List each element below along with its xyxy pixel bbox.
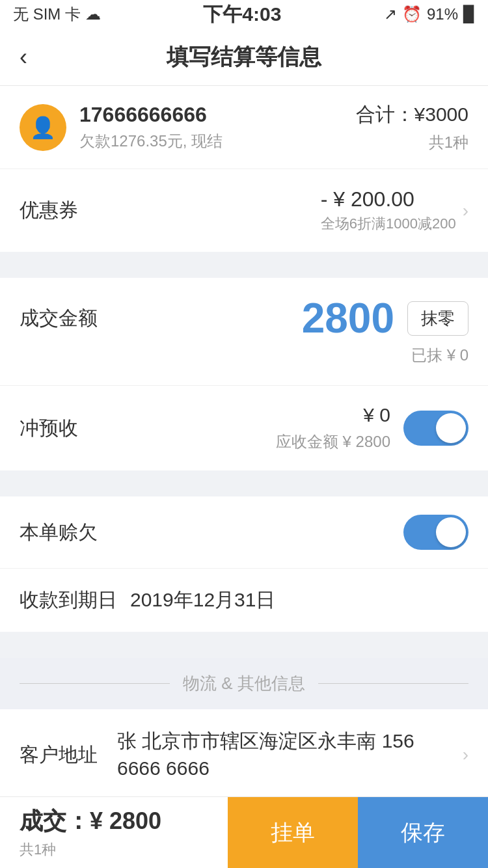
save-button[interactable]: 保存	[358, 797, 488, 869]
total-count: 共1种	[356, 132, 468, 153]
amount-label: 成交金额	[20, 305, 98, 332]
address-value: 张 北京市市辖区海淀区永丰南 156 6666 6666	[117, 727, 463, 782]
sim-label: 无 SIM 卡 ☁	[13, 4, 101, 25]
address-section: 客户地址 张 北京市市辖区海淀区永丰南 156 6666 6666 ›	[0, 709, 488, 800]
amount-row: 成交金额 2800 抹零	[20, 297, 468, 339]
coupon-label: 优惠券	[20, 197, 78, 224]
round-button[interactable]: 抹零	[407, 301, 468, 336]
status-left: 无 SIM 卡 ☁	[13, 4, 101, 25]
location-icon: ↗	[384, 5, 397, 23]
amount-sub: 已抹 ¥ 0	[411, 346, 468, 364]
bottom-deal: 成交：¥ 2800	[20, 806, 208, 837]
coupon-desc: 全场6折满1000减200	[321, 214, 456, 234]
customer-debt: 欠款1276.35元, 现结	[79, 131, 223, 152]
customer-info: 17666666666 欠款1276.35元, 现结	[79, 103, 223, 152]
customer-right: 合计：¥3000 共1种	[356, 102, 468, 153]
bendan-label: 本单赊欠	[20, 519, 98, 546]
divider-2	[0, 483, 488, 496]
chong-label: 冲预收	[20, 415, 78, 442]
logistics-divider: 物流 & 其他信息	[0, 658, 488, 709]
logistics-line-right	[318, 683, 468, 684]
nav-bar: ‹ 填写结算等信息	[0, 29, 488, 86]
coupon-row[interactable]: 优惠券 - ¥ 200.00 全场6折满1000减200 ›	[0, 169, 488, 252]
avatar: 👤	[20, 104, 66, 151]
chong-desc: 应收金额 ¥ 2800	[276, 431, 390, 452]
divider-1	[0, 265, 488, 278]
deal-amount: ¥ 2800	[90, 807, 161, 834]
amount-value: 2800	[302, 297, 394, 339]
chong-row: 冲预收 ¥ 0 应收金额 ¥ 2800	[0, 385, 488, 470]
back-button[interactable]: ‹	[20, 44, 27, 71]
customer-section: 👤 17666666666 欠款1276.35元, 现结 合计：¥3000 共1…	[0, 86, 488, 252]
customer-phone: 17666666666	[79, 103, 223, 127]
deal-label: 成交：	[20, 807, 90, 834]
avatar-icon: 👤	[30, 115, 56, 140]
address-chevron: ›	[463, 744, 468, 765]
amount-value-container: 2800 抹零	[302, 297, 468, 339]
bendan-row: 本单赊欠	[0, 496, 488, 568]
bottom-count: 共1种	[20, 840, 208, 860]
battery-label: 91%	[427, 5, 458, 23]
bottom-bar: 成交：¥ 2800 共1种 挂单 保存	[0, 796, 488, 868]
address-label: 客户地址	[20, 742, 98, 768]
bendan-toggle-knob	[436, 517, 466, 547]
chong-amount: ¥ 0	[363, 404, 390, 426]
logistics-text: 物流 & 其他信息	[183, 672, 305, 695]
duedate-row: 收款到期日 2019年12月31日	[0, 568, 488, 632]
logistics-line-left	[20, 683, 170, 684]
duedate-label: 收款到期日	[20, 587, 117, 614]
amount-section: 成交金额 2800 抹零 已抹 ¥ 0	[0, 278, 488, 385]
bendan-toggle[interactable]	[403, 515, 468, 550]
coupon-right: - ¥ 200.00 全场6折满1000减200 ›	[321, 187, 468, 234]
chong-right: ¥ 0 应收金额 ¥ 2800	[276, 404, 390, 452]
chevron-icon: ›	[463, 200, 468, 221]
address-row[interactable]: 客户地址 张 北京市市辖区海淀区永丰南 156 6666 6666 ›	[0, 709, 488, 800]
alarm-icon: ⏰	[402, 5, 422, 23]
duedate-value: 2019年12月31日	[130, 587, 275, 614]
chong-toggle[interactable]	[403, 411, 468, 446]
divider-3	[0, 645, 488, 658]
bottom-summary: 成交：¥ 2800 共1种	[0, 806, 228, 860]
total-amount: 合计：¥3000	[356, 102, 468, 128]
customer-row: 👤 17666666666 欠款1276.35元, 现结 合计：¥3000 共1…	[0, 86, 488, 169]
pending-button[interactable]: 挂单	[228, 797, 358, 869]
toggle-knob	[436, 413, 466, 443]
status-bar: 无 SIM 卡 ☁ 下午4:03 ↗ ⏰ 91% ▉	[0, 0, 488, 29]
status-time: 下午4:03	[203, 1, 281, 28]
status-right: ↗ ⏰ 91% ▉	[384, 5, 475, 23]
page-title: 填写结算等信息	[167, 42, 321, 72]
chong-toggle-row: ¥ 0 应收金额 ¥ 2800	[276, 404, 468, 452]
bendan-section: 本单赊欠 收款到期日 2019年12月31日	[0, 496, 488, 632]
battery-icon: ▉	[463, 5, 475, 23]
customer-left: 👤 17666666666 欠款1276.35元, 现结	[20, 103, 223, 152]
coupon-discount: - ¥ 200.00	[321, 187, 456, 211]
address-chevron-icon: ›	[463, 744, 468, 765]
